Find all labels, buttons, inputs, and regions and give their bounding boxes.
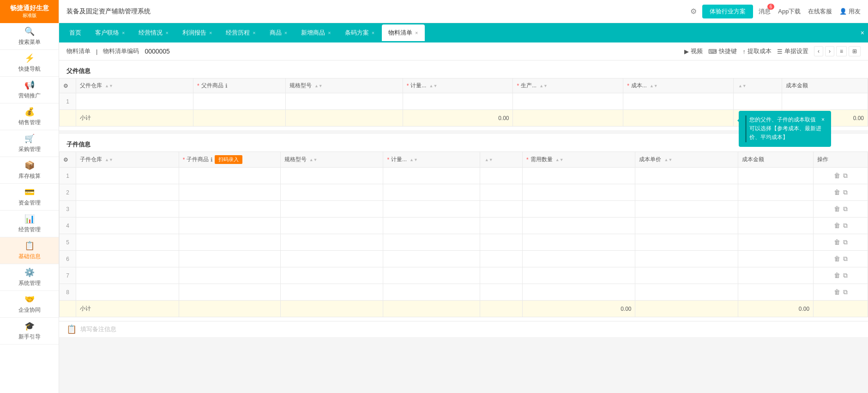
sidebar-item-marketing[interactable]: 📢 营销推广 <box>0 77 59 103</box>
bom-code-input[interactable] <box>145 48 186 55</box>
sidebar-item-ops[interactable]: 📊 经营管理 <box>0 211 59 237</box>
child-goods-cell[interactable] <box>179 234 280 251</box>
shortcut-action[interactable]: ⌨ 快捷键 <box>708 47 737 55</box>
grid-view-button[interactable]: ≡ <box>836 46 847 56</box>
child-spec-cell[interactable] <box>280 284 383 301</box>
tab-profit[interactable]: 利润报告 × <box>176 24 218 41</box>
parent-spec-cell[interactable] <box>285 93 403 110</box>
copy-icon[interactable]: ⧉ <box>843 255 848 263</box>
child-col-settings[interactable]: ⚙ <box>60 152 76 168</box>
note-hint[interactable]: 填写备注信息 <box>80 325 116 333</box>
child-extra-cell[interactable] <box>480 251 522 267</box>
child-warehouse-cell[interactable] <box>76 234 179 251</box>
app-download-link[interactable]: App下载 <box>778 7 801 16</box>
prev-record-button[interactable]: ‹ <box>814 46 823 56</box>
tab-customers[interactable]: 客户联络 × <box>89 24 131 41</box>
delete-icon[interactable]: 🗑 <box>834 272 840 279</box>
child-qty-cell[interactable] <box>523 234 635 251</box>
tab-history[interactable]: 经营历程 × <box>219 24 262 41</box>
extract-cost-action[interactable]: ↑ 提取成本 <box>742 47 772 55</box>
parent-goods-cell[interactable] <box>193 93 285 110</box>
child-warehouse-cell[interactable] <box>76 184 179 201</box>
parent-unit-cell[interactable] <box>403 93 513 110</box>
sidebar-item-guide[interactable]: 🎓 新手引导 <box>0 318 59 345</box>
tab-profit-close[interactable]: × <box>209 30 212 36</box>
child-extra-cell[interactable] <box>480 267 522 284</box>
delete-icon[interactable]: 🗑 <box>834 205 840 213</box>
child-spec-cell[interactable] <box>280 218 383 234</box>
sidebar-item-quicknav[interactable]: ⚡ 快捷导航 <box>0 50 59 77</box>
child-unit-cell[interactable] <box>383 201 480 218</box>
sidebar-item-sales[interactable]: 💰 销售管理 <box>0 103 59 130</box>
message-button[interactable]: 消息 6 <box>759 7 771 16</box>
expand-button[interactable]: ⊞ <box>849 46 861 56</box>
child-unit-cost-cell[interactable] <box>635 267 738 284</box>
tab-barcode-close[interactable]: × <box>372 30 374 36</box>
copy-icon[interactable]: ⧉ <box>843 238 848 246</box>
delete-icon[interactable]: 🗑 <box>834 238 840 246</box>
tab-newgoods[interactable]: 新增商品 × <box>295 24 337 41</box>
sidebar-item-search[interactable]: 🔍 搜索菜单 <box>0 23 59 50</box>
tab-operations-close[interactable]: × <box>165 30 168 36</box>
delete-icon[interactable]: 🗑 <box>834 172 840 180</box>
child-warehouse-cell[interactable] <box>76 201 179 218</box>
child-qty-cell[interactable] <box>523 267 635 284</box>
tab-bom-close[interactable]: × <box>415 30 418 36</box>
copy-icon[interactable]: ⧉ <box>843 188 848 196</box>
child-qty-cell[interactable] <box>523 218 635 234</box>
video-action[interactable]: ▶ 视频 <box>684 47 703 55</box>
online-service-link[interactable]: 在线客服 <box>808 7 832 16</box>
child-unit-cost-cell[interactable] <box>635 168 738 184</box>
child-unit-cell[interactable] <box>383 168 480 184</box>
tab-home[interactable]: 首页 <box>63 24 88 41</box>
copy-icon[interactable]: ⧉ <box>843 288 848 296</box>
tooltip-close-button[interactable]: × <box>821 115 825 124</box>
delete-icon[interactable]: 🗑 <box>834 255 840 263</box>
child-goods-cell[interactable] <box>179 201 280 218</box>
child-spec-cell[interactable] <box>280 168 383 184</box>
child-qty-cell[interactable] <box>523 168 635 184</box>
tab-newgoods-close[interactable]: × <box>328 30 331 36</box>
scan-input-button[interactable]: 扫码录入 <box>215 155 242 164</box>
child-spec-cell[interactable] <box>280 267 383 284</box>
child-warehouse-cell[interactable] <box>76 284 179 301</box>
child-spec-cell[interactable] <box>280 201 383 218</box>
child-qty-cell[interactable] <box>523 284 635 301</box>
close-all-tabs[interactable]: × <box>861 29 864 36</box>
delete-icon[interactable]: 🗑 <box>834 288 840 296</box>
sidebar-item-basic[interactable]: 📋 基础信息 <box>0 237 59 264</box>
child-unit-cell[interactable] <box>383 251 480 267</box>
sidebar-item-system[interactable]: ⚙️ 系统管理 <box>0 264 59 291</box>
child-goods-cell[interactable] <box>179 267 280 284</box>
delete-icon[interactable]: 🗑 <box>834 188 840 196</box>
tab-goods-close[interactable]: × <box>284 30 287 36</box>
tab-history-close[interactable]: × <box>253 30 255 36</box>
trial-button[interactable]: 体验行业方案 <box>702 5 753 18</box>
user-avatar[interactable]: 👤 用友 <box>839 7 861 16</box>
child-unit-cell[interactable] <box>383 267 480 284</box>
doc-settings-action[interactable]: ☰ 单据设置 <box>777 47 808 55</box>
tab-goods[interactable]: 商品 × <box>263 24 294 41</box>
child-unit-cell[interactable] <box>383 284 480 301</box>
copy-icon[interactable]: ⧉ <box>843 205 848 213</box>
copy-icon[interactable]: ⧉ <box>843 272 848 279</box>
child-unit-cost-cell[interactable] <box>635 251 738 267</box>
child-extra-cell[interactable] <box>480 234 522 251</box>
child-warehouse-cell[interactable] <box>76 168 179 184</box>
child-unit-cost-cell[interactable] <box>635 234 738 251</box>
parent-production-cell[interactable] <box>513 93 623 110</box>
child-spec-cell[interactable] <box>280 184 383 201</box>
child-qty-cell[interactable] <box>523 251 635 267</box>
child-spec-cell[interactable] <box>280 251 383 267</box>
child-extra-cell[interactable] <box>480 184 522 201</box>
parent-extra-cell[interactable] <box>733 93 782 110</box>
child-goods-cell[interactable] <box>179 168 280 184</box>
child-warehouse-cell[interactable] <box>76 251 179 267</box>
parent-goods-info-icon[interactable]: ℹ <box>225 83 228 89</box>
child-goods-cell[interactable] <box>179 218 280 234</box>
child-qty-cell[interactable] <box>523 201 635 218</box>
child-qty-cell[interactable] <box>523 184 635 201</box>
child-warehouse-cell[interactable] <box>76 267 179 284</box>
sidebar-item-finance[interactable]: 💳 资金管理 <box>0 184 59 211</box>
tab-barcode[interactable]: 条码方案 × <box>338 24 381 41</box>
